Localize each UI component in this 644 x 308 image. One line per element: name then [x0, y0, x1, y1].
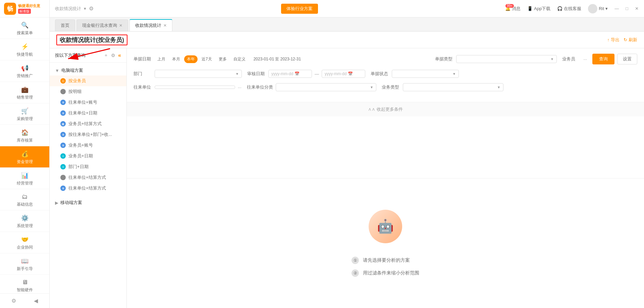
online-service-item[interactable]: 🎧 在线客服 — [557, 6, 581, 12]
main-area: 收款情况统计 ▾ ⚙ 体验行业方案 🔔 99+ 消息 📱 App下载 — [50, 0, 644, 308]
data-hints: ① 请先选择要分析的方案 ② 用过滤条件来缩小分析范围 — [352, 257, 419, 277]
partner-select[interactable] — [155, 86, 235, 89]
export-btn[interactable]: ↑ 导出 — [607, 37, 620, 43]
date-tabs: 上月 本月 本年 近7天 更多 自定义 — [155, 55, 248, 63]
scheme-item-7[interactable]: ⊙ 业务员+日期 — [50, 151, 126, 161]
sidebar-item-operation[interactable]: 📊 经营管理 — [0, 168, 49, 189]
date-tab-custom[interactable]: 自定义 — [231, 55, 248, 63]
scheme-group-pc-header[interactable]: ▼ 电脑端方案 — [50, 65, 126, 75]
basic-icon: 🗂 — [22, 193, 28, 200]
topbar-dropdown-icon[interactable]: ▾ — [84, 6, 86, 11]
scheme-group-pc-label: 电脑端方案 — [61, 67, 83, 73]
biz-type-filter-item: 业务类型 ▾ — [382, 83, 503, 91]
tab-collect[interactable]: 收款情况统计 ✕ — [129, 19, 172, 31]
solution-btn[interactable]: 体验行业方案 — [281, 4, 318, 14]
scheme-settings-icon[interactable]: ⚙ — [111, 53, 115, 58]
tab-collect-close[interactable]: ✕ — [163, 23, 167, 28]
sidebar-item-system[interactable]: ⚙️ 系统管理 — [0, 210, 49, 232]
scheme-group-mobile-header[interactable]: ▶ 移动端方案 — [50, 198, 126, 208]
salesman-label: 业务员 — [562, 56, 581, 62]
scheme-item-10[interactable]: ⊞ 往来单位+结算方式 — [50, 183, 126, 194]
tab-bank[interactable]: 现金银行流水查询 ✕ — [76, 19, 128, 31]
doc-status-select[interactable]: ▾ — [392, 70, 459, 78]
topbar-right: 🔔 99+ 消息 📱 App下载 🎧 在线客服 Rit ▾ — [505, 4, 639, 13]
logo-name: 畅捷通好生意 — [18, 3, 40, 8]
window-minimize-icon[interactable]: — — [614, 6, 619, 11]
sidebar-settings-icon[interactable]: ⚙ — [11, 298, 16, 304]
calendar-icon-start[interactable]: 📅 — [294, 71, 300, 76]
scheme-label-9: 往来单位+结算方式 — [68, 174, 106, 181]
date-tab-last-month[interactable]: 上月 — [155, 55, 168, 63]
doc-type-select[interactable]: ▾ — [456, 55, 557, 63]
filter-form: 单据日期 上月 本月 本年 近7天 更多 自定义 2023-01-01 至 20… — [127, 48, 644, 102]
user-info[interactable]: Rit ▾ — [588, 4, 608, 13]
review-end-input[interactable]: yyyy-mm-dd 📅 — [322, 70, 365, 78]
collapse-bar[interactable]: ∧∧ 收起更多条件 — [127, 102, 644, 116]
partner-category-select[interactable]: ▾ — [276, 83, 376, 91]
dept-select[interactable]: ▾ — [155, 70, 242, 78]
scheme-item-6[interactable]: ⊞ 业务员+账号 — [50, 140, 126, 151]
sidebar-label-sales: 销售管理 — [17, 95, 33, 100]
page-header-actions: ↑ 导出 ↻ 刷新 — [607, 37, 638, 43]
setting-button[interactable]: 设置 — [617, 54, 637, 64]
sidebar-item-quick[interactable]: ⚡ 快捷导航 — [0, 39, 49, 60]
notification-item[interactable]: 🔔 99+ 消息 — [505, 6, 521, 12]
sidebar-item-hardware[interactable]: 🖥 智能硬件 — [0, 275, 49, 293]
topbar-breadcrumb: 收款情况统计 — [55, 6, 81, 12]
hint-item-1: ① 请先选择要分析的方案 — [352, 257, 419, 264]
scheme-item-2[interactable]: ⊞ 往来单位+账号 — [50, 97, 126, 108]
filter-row-2: 部门 ▾ 审核日期 yyyy-mm-dd 📅 — [133, 70, 637, 78]
add-scheme-icon[interactable]: ＋ — [104, 52, 108, 58]
sidebar-item-guide[interactable]: 📖 新手引导 — [0, 253, 49, 275]
sidebar-item-purchase[interactable]: 🛒 采购管理 — [0, 103, 49, 125]
scheme-label-7: 业务员+日期 — [68, 153, 93, 159]
sidebar-item-finance[interactable]: 💰 资金管理 — [0, 146, 49, 168]
query-button[interactable]: 查询 — [592, 54, 614, 64]
sidebar-item-search[interactable]: 🔍 搜索菜单 — [0, 17, 49, 39]
scheme-item-5[interactable]: ⊞ 按往来单位+部门+收... — [50, 129, 126, 140]
date-tab-7days[interactable]: 近7天 — [199, 55, 215, 63]
app-logo: 畅 畅捷通好生意 标准版 — [0, 0, 49, 17]
empty-state: 🤖 ① 请先选择要分析的方案 ② 用过滤条件来缩小分析范围 — [352, 210, 419, 277]
sidebar-collapse-icon[interactable]: ◀ — [34, 298, 38, 304]
sidebar-item-stock[interactable]: 🏠 库存核算 — [0, 125, 49, 146]
partner-category-label: 往来单位分类 — [247, 84, 273, 90]
hint-num-1: ① — [352, 257, 359, 264]
date-tab-more[interactable]: 更多 — [216, 55, 229, 63]
hint-text-2: 用过滤条件来缩小分析范围 — [363, 270, 419, 276]
partner-dots[interactable]: ··· — [238, 85, 241, 90]
right-panel: 单据日期 上月 本月 本年 近7天 更多 自定义 2023-01-01 至 20… — [127, 48, 644, 308]
sidebar-item-corp[interactable]: 🤝 企业协同 — [0, 232, 49, 253]
sidebar-item-marketing[interactable]: 📢 营销推广 — [0, 60, 49, 82]
scheme-item-1[interactable]: 按明细 — [50, 86, 126, 97]
scheme-item-9[interactable]: 往来单位+结算方式 — [50, 172, 126, 183]
calendar-icon-end[interactable]: 📅 — [348, 71, 353, 76]
page-title: 收款情况统计(按业务员) — [56, 35, 127, 45]
date-tab-this-year[interactable]: 本年 — [184, 55, 198, 63]
window-close-icon[interactable]: ✕ — [635, 6, 639, 11]
topbar-settings-icon[interactable]: ⚙ — [89, 5, 94, 12]
review-start-input[interactable]: yyyy-mm-dd 📅 — [268, 70, 312, 78]
data-empty-area: 🤖 ① 请先选择要分析的方案 ② 用过滤条件来缩小分析范围 — [127, 178, 644, 308]
biz-type-select[interactable]: ▾ — [403, 83, 503, 91]
scheme-item-4[interactable]: ▦ 业务员+结算方式 — [50, 118, 126, 129]
sidebar-item-sales[interactable]: 💼 销售管理 — [0, 82, 49, 103]
tab-bank-close[interactable]: ✕ — [119, 23, 122, 28]
scheme-item-3[interactable]: ⊞ 往来单位+日期 — [50, 108, 126, 118]
notif-badge: 🔔 99+ — [505, 6, 511, 11]
tab-home[interactable]: 首页 — [55, 19, 75, 31]
date-tab-this-month[interactable]: 本月 — [169, 55, 183, 63]
scheme-icon-8: ⊙ — [60, 164, 66, 169]
content-area: 按以下方案查询 ＋ ⚙ « ▼ 电脑端方案 ⊙ 按业务员 — [50, 48, 644, 308]
scheme-item-8[interactable]: ⊙ 部门+日期 — [50, 161, 126, 172]
doc-type-filter-item: 单据类型 ▾ — [435, 55, 557, 63]
sidebar-item-basic[interactable]: 🗂 基础信息 — [0, 189, 49, 210]
dept-label: 部门 — [133, 71, 152, 77]
app-download-item[interactable]: 📱 App下载 — [527, 6, 550, 12]
scheme-item-0[interactable]: ⊙ 按业务员 — [50, 75, 126, 86]
salesman-dots[interactable]: ··· — [583, 57, 587, 62]
refresh-btn[interactable]: ↻ 刷新 — [624, 37, 637, 43]
collapse-panel-icon[interactable]: « — [118, 52, 121, 58]
window-maximize-icon[interactable]: □ — [626, 6, 628, 11]
logo-badge: 标准版 — [18, 9, 31, 14]
